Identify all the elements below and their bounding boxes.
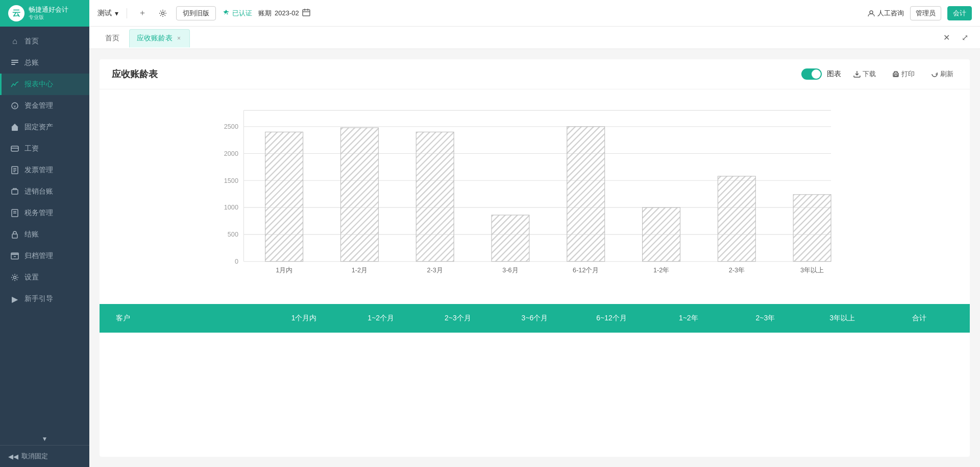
- svg-rect-13: [12, 190, 18, 194]
- sidebar-item-guide[interactable]: ▶ 新手引导: [0, 288, 89, 310]
- topbar: 测试 ▾ ＋ 切到旧版 已认证 账期 2023-02: [89, 0, 980, 27]
- calendar-icon[interactable]: [302, 8, 310, 18]
- add-button[interactable]: ＋: [135, 6, 150, 20]
- sidebar-item-ledger[interactable]: 总账: [0, 52, 89, 74]
- table-header-1m: 1个月内: [265, 306, 342, 331]
- sidebar-item-inventory[interactable]: 进销台账: [0, 181, 89, 202]
- sidebar-item-invoice[interactable]: 发票管理: [0, 159, 89, 181]
- sidebar: 云 畅捷通好会计 专业版 ⌂ 首页 总账: [0, 0, 89, 467]
- table-header-2-3y: 2~3年: [727, 306, 804, 331]
- svg-text:1月内: 1月内: [276, 267, 292, 274]
- svg-text:2500: 2500: [224, 123, 238, 130]
- sidebar-item-assets[interactable]: 固定资产: [0, 116, 89, 138]
- svg-rect-53: [567, 127, 605, 262]
- sidebar-item-home[interactable]: ⌂ 首页: [0, 31, 89, 52]
- svg-text:3-6月: 3-6月: [502, 267, 518, 274]
- app-name-block: 畅捷通好会计 专业版: [29, 6, 68, 21]
- app-name: 畅捷通好会计: [29, 6, 68, 14]
- tabs-right-buttons: ✕ ⤢: [939, 31, 972, 45]
- accountant-button[interactable]: 会计: [947, 6, 972, 20]
- table-header-6-12m: 6~12个月: [573, 306, 650, 331]
- svg-text:0: 0: [235, 258, 238, 265]
- sidebar-scroll-down[interactable]: ▼: [42, 435, 48, 442]
- certified-badge: 已认证: [222, 9, 252, 18]
- sidebar-item-reports[interactable]: 报表中心: [0, 74, 89, 95]
- consult-button[interactable]: 人工咨询: [867, 9, 904, 18]
- period-value: 2023-02: [275, 9, 299, 17]
- tax-icon: [10, 208, 19, 218]
- sidebar-item-label: 进销台账: [24, 187, 53, 196]
- svg-text:1500: 1500: [224, 177, 238, 184]
- svg-rect-49: [416, 132, 454, 261]
- home-icon: ⌂: [10, 37, 19, 46]
- refresh-label: 刷新: [940, 69, 953, 79]
- ledger-icon: [10, 58, 19, 67]
- tab-home-label: 首页: [105, 34, 119, 43]
- svg-rect-57: [718, 176, 755, 262]
- archive-icon: [10, 251, 19, 261]
- reports-icon: [10, 80, 19, 89]
- app-logo-icon: 云: [8, 5, 24, 21]
- table-header-total: 合计: [880, 306, 958, 331]
- invoice-icon: [10, 166, 19, 175]
- report-title: 应收账龄表: [112, 68, 158, 80]
- app-edition: 专业版: [29, 14, 68, 21]
- chevron-down-icon: ▾: [115, 9, 118, 17]
- chart-toggle-label: 图表: [827, 69, 841, 79]
- table-header-1-2y: 1~2年: [650, 306, 727, 331]
- tab-close-button[interactable]: ×: [176, 34, 182, 42]
- topbar-divider-1: [127, 8, 127, 18]
- report-header: 应收账龄表 图表 下载: [100, 59, 970, 89]
- sidebar-item-salary[interactable]: 工资: [0, 138, 89, 159]
- svg-rect-1: [11, 62, 18, 63]
- cancel-fixed-button[interactable]: ◀◀ 取消固定: [8, 452, 81, 461]
- svg-rect-2: [11, 64, 15, 65]
- toggle-track[interactable]: [801, 68, 822, 80]
- topbar-right: 人工咨询 管理员 会计: [867, 6, 972, 20]
- manager-button[interactable]: 管理员: [910, 6, 941, 20]
- sidebar-item-label: 设置: [24, 273, 39, 282]
- settings-button[interactable]: [156, 6, 170, 20]
- close-window-button[interactable]: ✕: [939, 31, 953, 45]
- table-header-customer: 客户: [112, 306, 265, 331]
- chart-toggle[interactable]: 图表: [801, 68, 841, 80]
- sidebar-item-label: 资金管理: [24, 101, 53, 110]
- download-button[interactable]: 下载: [849, 67, 880, 81]
- salary-icon: [10, 144, 19, 153]
- svg-rect-55: [643, 207, 680, 262]
- fund-icon: ¥: [10, 101, 19, 110]
- sidebar-item-tax[interactable]: 税务管理: [0, 202, 89, 224]
- sidebar-item-fund[interactable]: ¥ 资金管理: [0, 95, 89, 116]
- certified-label: 已认证: [232, 9, 252, 18]
- print-button[interactable]: 打印: [888, 67, 919, 81]
- sidebar-item-archive[interactable]: 归档管理: [0, 245, 89, 267]
- refresh-button[interactable]: 刷新: [927, 67, 958, 81]
- svg-text:1-2月: 1-2月: [352, 267, 368, 274]
- tab-home[interactable]: 首页: [97, 29, 127, 47]
- fullscreen-button[interactable]: ⤢: [958, 31, 972, 45]
- assets-icon: [10, 123, 19, 132]
- sidebar-item-closing[interactable]: 结账: [0, 224, 89, 245]
- sidebar-item-label: 报表中心: [24, 80, 53, 89]
- company-selector[interactable]: 测试 ▾: [97, 9, 118, 18]
- sidebar-bottom: ◀◀ 取消固定: [0, 445, 89, 467]
- sidebar-item-settings[interactable]: 设置: [0, 267, 89, 288]
- svg-text:2-3月: 2-3月: [427, 267, 443, 274]
- svg-rect-45: [265, 132, 303, 261]
- svg-rect-7: [11, 146, 18, 151]
- report-actions: 图表 下载: [801, 67, 958, 81]
- svg-rect-47: [341, 128, 379, 262]
- sidebar-item-label: 工资: [24, 144, 39, 153]
- table-header: 客户 1个月内 1~2个月 2~3个月 3~6个月 6~12个月 1~2年 2~…: [100, 304, 970, 333]
- tab-active-label: 应收账龄表: [137, 34, 173, 43]
- period-label: 账期: [258, 9, 272, 18]
- tab-accounts-aging[interactable]: 应收账龄表 ×: [129, 29, 190, 48]
- sidebar-item-label: 固定资产: [24, 123, 53, 132]
- closing-icon: [10, 230, 19, 239]
- switch-version-button[interactable]: 切到旧版: [176, 6, 216, 20]
- tabs-bar: 首页 应收账龄表 × ✕ ⤢: [89, 27, 980, 49]
- svg-rect-5: [12, 127, 18, 131]
- svg-point-22: [162, 12, 164, 14]
- sidebar-item-label: 归档管理: [24, 251, 53, 261]
- gear-icon: [10, 273, 19, 282]
